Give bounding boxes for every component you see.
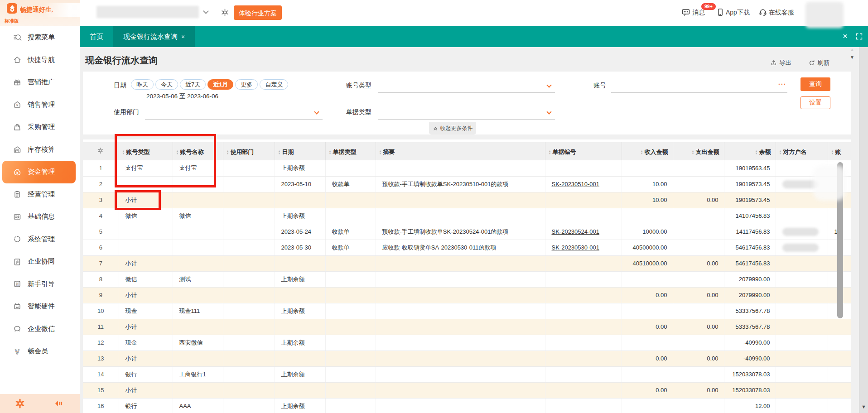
sort-icon[interactable]: ▴▾: [549, 150, 551, 154]
doc-no-link[interactable]: SK-20230530-001: [552, 244, 600, 251]
doc-no-link[interactable]: SK-20230524-001: [552, 228, 600, 235]
account-input[interactable]: [611, 82, 787, 93]
column-header[interactable]: ▴▾余额: [724, 142, 776, 160]
table-row-subtotal[interactable]: 15小计0.000.00152033078.03: [83, 382, 851, 398]
collapse-conditions-button[interactable]: 收起更多条件: [429, 122, 476, 134]
column-header[interactable]: ▴▾摘要: [376, 142, 545, 160]
gear-icon[interactable]: [220, 8, 230, 17]
table-row[interactable]: 8微信测试上期余额2079990.00: [83, 271, 851, 287]
close-all-icon[interactable]: ×: [843, 31, 848, 41]
sidebar-item-bag[interactable]: 采购管理: [0, 116, 80, 139]
tab-home[interactable]: 首页: [80, 26, 113, 47]
table-row-subtotal[interactable]: 7小计40510000.000.0054617456.83: [83, 255, 851, 271]
page-scrollbar[interactable]: [859, 47, 868, 413]
column-settings-gear-icon[interactable]: [83, 142, 119, 160]
cell-row-number: 2: [83, 176, 119, 192]
sidebar-item-warehouse[interactable]: 库存核算: [0, 139, 80, 161]
sort-icon[interactable]: ▴▾: [692, 150, 694, 154]
sidebar-item-home[interactable]: 快捷导航: [0, 49, 80, 72]
table-row-subtotal[interactable]: 3小计10.000.0019019573.45: [83, 192, 851, 208]
headset-icon[interactable]: [758, 8, 767, 17]
cell-row-number: 7: [83, 255, 119, 271]
system-icon: [13, 235, 22, 244]
query-button[interactable]: 查询: [800, 77, 830, 91]
account-type-select[interactable]: [378, 82, 555, 93]
sidebar-item-clipboard[interactable]: 经营管理: [0, 183, 80, 206]
online-support-link[interactable]: 在线客服: [769, 9, 794, 17]
date-chip[interactable]: 今天: [155, 79, 178, 90]
doc-type-select[interactable]: [378, 108, 555, 120]
sort-icon[interactable]: ▴▾: [279, 150, 280, 154]
collapse-sidebar-icon[interactable]: [53, 399, 63, 408]
sort-icon[interactable]: ▴▾: [227, 150, 229, 154]
messages-link[interactable]: 消息: [692, 9, 705, 17]
phone-icon[interactable]: [716, 8, 725, 17]
scroll-down-icon[interactable]: ▼: [850, 55, 854, 60]
tab-close-icon[interactable]: ×: [181, 33, 185, 40]
table-row[interactable]: 12现金西安微信上期余额-40990.00: [83, 335, 851, 351]
date-chip[interactable]: 近7天: [180, 79, 206, 90]
date-chip[interactable]: 更多: [235, 79, 258, 90]
page-scroll-down-icon[interactable]: ▼: [861, 404, 866, 409]
sidebar-item-sales[interactable]: ¥销售管理: [0, 94, 80, 116]
company-name-redacted[interactable]: [96, 6, 199, 18]
sidebar-item-wechat[interactable]: 企业微信: [0, 318, 80, 341]
sidebar-item-member[interactable]: V畅会员: [0, 340, 80, 363]
date-chip[interactable]: 近1月: [207, 79, 233, 90]
sidebar-item-label: 经营管理: [28, 190, 55, 199]
date-chip[interactable]: 昨天: [131, 79, 154, 90]
sidebar-item-gift[interactable]: 营销推广: [0, 71, 80, 94]
sidebar-item-money[interactable]: 资金管理: [2, 161, 76, 183]
cell-expense: 0.00: [673, 382, 724, 398]
export-button[interactable]: 导出: [770, 59, 791, 67]
column-header[interactable]: ▴▾账: [828, 142, 851, 160]
chevron-down-icon[interactable]: [203, 8, 209, 14]
column-header[interactable]: ▴▾单据类型: [325, 142, 376, 160]
column-header[interactable]: ▴▾支出金额: [673, 142, 724, 160]
sidebar-item-search[interactable]: 搜索菜单: [0, 26, 80, 49]
sidebar-item-idcard[interactable]: 基础信息: [0, 206, 80, 228]
table-row[interactable]: 14银行工商银行1上期余额152033078.03: [83, 366, 851, 382]
tab-cash-bank-query[interactable]: 现金银行流水查询 ×: [113, 26, 195, 47]
settings-gear-icon[interactable]: [14, 398, 25, 409]
sort-icon[interactable]: ▴▾: [380, 150, 381, 154]
sort-icon[interactable]: ▴▾: [755, 150, 757, 154]
table-row-subtotal[interactable]: 13小计0.000.00-40990.00: [83, 351, 851, 366]
table-row[interactable]: 16银行AAA上期余额12.00: [83, 398, 851, 413]
refresh-button[interactable]: 刷新: [808, 59, 829, 67]
column-header[interactable]: ▴▾对方户名: [776, 142, 828, 160]
sort-icon[interactable]: ▴▾: [832, 150, 834, 154]
sort-icon[interactable]: ▴▾: [641, 150, 642, 154]
user-avatar-redacted[interactable]: [805, 2, 844, 28]
cell-doc-type: [325, 255, 376, 271]
column-header[interactable]: ▴▾日期: [275, 142, 325, 160]
sidebar-item-collab[interactable]: 企业协同: [0, 250, 80, 273]
message-icon[interactable]: [681, 8, 690, 17]
sidebar-item-newbie[interactable]: 新新手引导: [0, 273, 80, 296]
sort-icon[interactable]: ▴▾: [329, 150, 331, 154]
table-row-subtotal[interactable]: 11小计0.000.0053337567.78: [83, 319, 851, 335]
column-header[interactable]: ▴▾收入金额: [622, 142, 673, 160]
column-header[interactable]: ▴▾使用部门: [223, 142, 275, 160]
fullscreen-icon[interactable]: [855, 33, 863, 40]
settings-button[interactable]: 设置: [800, 96, 830, 109]
doc-no-link[interactable]: SK-20230510-001: [552, 181, 600, 187]
table-row[interactable]: 10现金现金111上期余额53337567.78: [83, 303, 851, 319]
column-header[interactable]: ▴▾单据编号: [545, 142, 622, 160]
scroll-up-icon[interactable]: ▲: [850, 47, 854, 52]
table-row[interactable]: 4微信微信上期余额14107456.83: [83, 208, 851, 224]
date-chip[interactable]: 自定义: [260, 79, 288, 90]
sort-icon[interactable]: ▴▾: [780, 150, 781, 154]
sidebar-item-system[interactable]: 系统管理: [0, 228, 80, 251]
trial-plan-button[interactable]: 体验行业方案: [234, 5, 282, 20]
account-more-button[interactable]: ...: [778, 79, 786, 86]
date-range-text[interactable]: 2023-05-06 至 2023-06-06: [146, 92, 218, 101]
department-select[interactable]: [145, 108, 323, 120]
table-row-subtotal[interactable]: 9小计0.000.002079990.00: [83, 287, 851, 303]
table-row[interactable]: 52023-05-24收款单预收款-手工填制收款单SK-20230524-001…: [83, 224, 851, 240]
redaction-blur: [813, 165, 846, 201]
sidebar-item-hardware[interactable]: 智能硬件: [0, 295, 80, 318]
app-download-link[interactable]: App下载: [726, 9, 750, 17]
cell-balance: 19019573.45: [724, 176, 776, 192]
table-row[interactable]: 62023-05-30收款单应收款-收取销货单SA-20230530-011的款…: [83, 240, 851, 255]
